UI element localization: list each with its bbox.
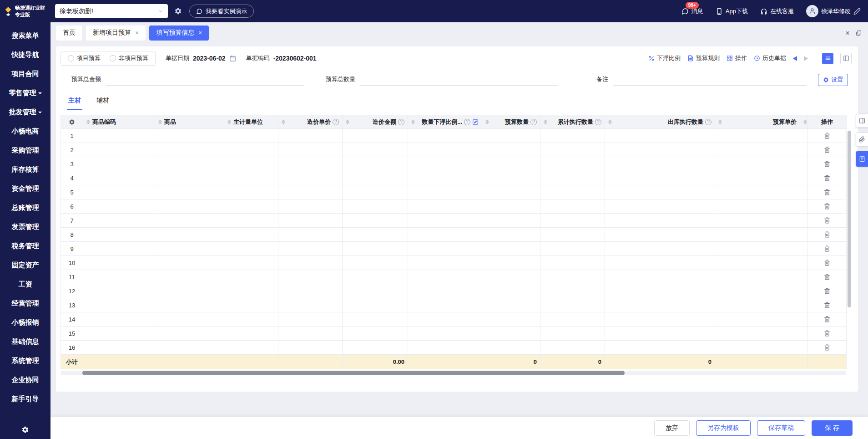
info-icon[interactable]: ? xyxy=(530,119,537,125)
cell-cost_amount[interactable] xyxy=(343,143,408,157)
col-header-cost_amount[interactable]: 造价金额? xyxy=(343,115,408,129)
cell-cost_price[interactable] xyxy=(278,129,343,143)
cell-budget_qty[interactable] xyxy=(482,157,540,171)
cell-budget_price[interactable] xyxy=(715,143,800,157)
cell-float_ratio[interactable] xyxy=(408,214,482,228)
cell-outbound_qty[interactable] xyxy=(605,129,715,143)
cell-budget_price[interactable] xyxy=(715,312,800,327)
cell-budget_price[interactable] xyxy=(715,284,800,298)
sidebar-item-13[interactable]: 固定资产 xyxy=(0,255,50,275)
org-selector[interactable]: 徐老板勿删! xyxy=(55,4,168,18)
cell-cost_amount[interactable] xyxy=(343,256,408,270)
cell-budget_price[interactable] xyxy=(715,185,800,199)
cell-cost_price[interactable] xyxy=(278,270,343,284)
cell-outbound_qty[interactable] xyxy=(605,270,715,284)
cell-budget_qty[interactable] xyxy=(482,242,540,256)
tab-home[interactable]: 首页 xyxy=(56,26,82,41)
cell-budget_qty[interactable] xyxy=(482,284,540,298)
cell-budget_qty[interactable] xyxy=(482,214,540,228)
cell-budget_price[interactable] xyxy=(715,341,800,355)
sidebar-item-18[interactable]: 系统管理 xyxy=(0,351,50,370)
cell-budget_price[interactable] xyxy=(715,157,800,171)
cell-cost_amount[interactable] xyxy=(343,199,408,214)
layout-view-button[interactable] xyxy=(840,53,852,64)
cell-float_ratio[interactable] xyxy=(408,228,482,242)
cell-cost_amount[interactable] xyxy=(343,298,408,312)
cell-float_ratio[interactable] xyxy=(408,341,482,355)
col-header-partial[interactable] xyxy=(800,115,808,129)
cell-budget_qty[interactable] xyxy=(482,199,540,214)
delete-row-icon[interactable] xyxy=(824,330,830,337)
sort-icon[interactable] xyxy=(86,120,90,124)
cell-outbound_qty[interactable] xyxy=(605,143,715,157)
info-icon[interactable]: ? xyxy=(398,119,404,125)
cell-budget_qty[interactable] xyxy=(482,256,540,270)
cell-exec_qty[interactable] xyxy=(540,270,605,284)
cell-float_ratio[interactable] xyxy=(408,312,482,327)
cell-float_ratio[interactable] xyxy=(408,270,482,284)
cell-cost_amount[interactable] xyxy=(343,171,408,185)
cell-code[interactable] xyxy=(83,214,155,228)
sidebar-item-19[interactable]: 企业协同 xyxy=(0,370,50,389)
cell-product[interactable] xyxy=(155,157,224,171)
material-tab-2[interactable]: 辅材 xyxy=(95,93,111,110)
cell-cost_price[interactable] xyxy=(278,298,343,312)
cell-cost_price[interactable] xyxy=(278,171,343,185)
cell-cost_price[interactable] xyxy=(278,327,343,341)
sort-icon[interactable] xyxy=(485,120,489,124)
cell-budget_qty[interactable] xyxy=(482,312,540,327)
cell-code[interactable] xyxy=(83,312,155,327)
cell-unit[interactable] xyxy=(224,171,278,185)
cell-cost_price[interactable] xyxy=(278,157,343,171)
cell-budget_price[interactable] xyxy=(715,228,800,242)
cell-unit[interactable] xyxy=(224,228,278,242)
delete-row-icon[interactable] xyxy=(824,274,830,280)
delete-row-icon[interactable] xyxy=(824,161,830,167)
toolbar-link-3[interactable]: 操作 xyxy=(727,54,747,62)
cell-budget_qty[interactable] xyxy=(482,171,540,185)
cell-cost_price[interactable] xyxy=(278,256,343,270)
cell-float_ratio[interactable] xyxy=(408,157,482,171)
col-header-exec_qty[interactable]: 累计执行数量? xyxy=(540,115,605,129)
cell-exec_qty[interactable] xyxy=(540,228,605,242)
delete-row-icon[interactable] xyxy=(824,175,830,181)
toolbar-link-1[interactable]: 下浮比例 xyxy=(648,54,681,62)
budget-type-radio-2[interactable]: 非项目预算 xyxy=(110,54,148,62)
col-header-budget_price[interactable]: 预算单价 xyxy=(715,115,800,129)
toolbar-link-4[interactable]: 历史单据 xyxy=(754,54,786,62)
cell-float_ratio[interactable] xyxy=(408,143,482,157)
delete-row-icon[interactable] xyxy=(824,147,830,153)
toolbar-link-2[interactable]: 预算规则 xyxy=(687,54,720,62)
budget-type-radio-1[interactable]: 项目预算 xyxy=(68,54,101,62)
delete-row-icon[interactable] xyxy=(824,302,830,308)
cell-float_ratio[interactable] xyxy=(408,185,482,199)
cell-cost_price[interactable] xyxy=(278,284,343,298)
cell-budget_price[interactable] xyxy=(715,171,800,185)
sidebar-item-3[interactable]: 项目合同 xyxy=(0,64,50,83)
cell-product[interactable] xyxy=(155,270,224,284)
close-icon[interactable]: × xyxy=(845,29,850,37)
cell-budget_price[interactable] xyxy=(715,256,800,270)
cell-product[interactable] xyxy=(155,129,224,143)
cell-exec_qty[interactable] xyxy=(540,284,605,298)
info-icon[interactable]: ? xyxy=(595,119,601,125)
delete-row-icon[interactable] xyxy=(824,217,830,224)
delete-row-icon[interactable] xyxy=(824,316,830,322)
cell-exec_qty[interactable] xyxy=(540,171,605,185)
col-header-code[interactable]: 商品编码 xyxy=(83,115,155,129)
sidebar-item-17[interactable]: 基础信息 xyxy=(0,332,50,351)
cell-cost_amount[interactable] xyxy=(343,284,408,298)
edit-profile-icon[interactable] xyxy=(853,8,861,15)
cell-code[interactable] xyxy=(83,327,155,341)
delete-row-icon[interactable] xyxy=(824,189,830,195)
info-icon[interactable]: ? xyxy=(705,119,712,125)
sidebar-item-5[interactable]: 批发管理 xyxy=(0,102,50,122)
horizontal-scrollbar-thumb[interactable] xyxy=(82,371,625,375)
cell-budget_qty[interactable] xyxy=(482,129,540,143)
cell-unit[interactable] xyxy=(224,298,278,312)
restore-icon[interactable] xyxy=(856,30,862,36)
cell-code[interactable] xyxy=(83,228,155,242)
delete-row-icon[interactable] xyxy=(824,288,830,294)
cell-unit[interactable] xyxy=(224,143,278,157)
vertical-scrollbar-thumb[interactable] xyxy=(848,131,851,307)
